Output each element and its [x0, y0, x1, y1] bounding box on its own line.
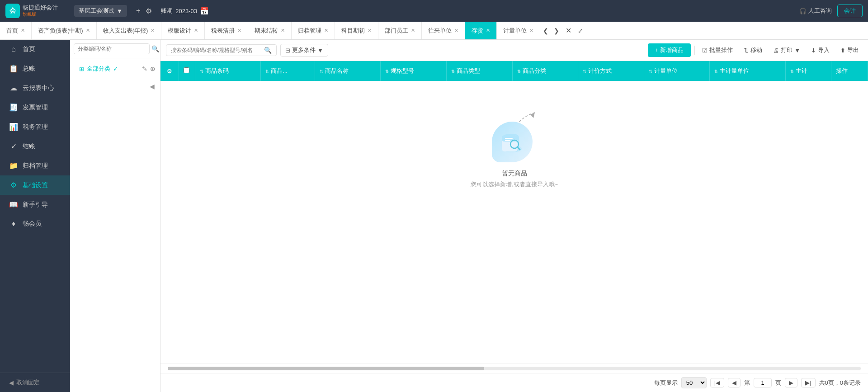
horizontal-scrollbar[interactable] [160, 364, 868, 373]
tab-income-expense[interactable]: 收入支出表(年报) ✕ [97, 22, 162, 40]
account-button[interactable]: 会计 [837, 5, 863, 17]
sidebar-item-home[interactable]: ⌂ 首页 [0, 40, 70, 59]
more-filter-label: 更多条件 [292, 46, 316, 54]
tab-next-button[interactable]: ❯ [551, 22, 562, 40]
app-edition: 旗舰版 [23, 11, 58, 18]
category-search-button[interactable]: 🔍 [150, 45, 161, 52]
tab-period-carryover[interactable]: 期末结转 ✕ [248, 22, 292, 40]
search-submit-button[interactable]: 🔍 [264, 47, 272, 54]
svg-marker-0 [530, 113, 535, 118]
sort-icon: ⇅ [200, 69, 203, 74]
per-page-select[interactable]: 50 100 200 [681, 377, 707, 388]
filter-icon: ⊟ [285, 47, 290, 54]
export-button[interactable]: ⬆ 导出 [837, 44, 863, 56]
sidebar-unpin-button[interactable]: ◀ 取消固定 [0, 373, 70, 392]
collapse-panel-button[interactable]: ◀ [148, 81, 156, 92]
edit-category-button[interactable]: ✎ [142, 65, 147, 72]
ledger-icon: 📋 [9, 64, 18, 73]
category-search-input[interactable] [74, 43, 150, 54]
chevron-down-icon: ▼ [317, 47, 323, 54]
sidebar-item-invoice[interactable]: 🧾 发票管理 [0, 98, 70, 117]
select-all-checkbox[interactable] [184, 67, 189, 73]
sidebar-item-checkout[interactable]: ✓ 结账 [0, 137, 70, 156]
type-column-header[interactable]: ⇅商品类型 [446, 61, 512, 81]
column-label: 操作 [836, 67, 848, 74]
checkbox-column-header[interactable] [179, 61, 195, 81]
tab-close-icon[interactable]: ✕ [281, 28, 285, 33]
page-label: 第 [744, 379, 750, 387]
workspace-selector[interactable]: 基层工会测试 ▼ [74, 5, 127, 17]
more-filter-button[interactable]: ⊟ 更多条件 ▼ [280, 44, 328, 57]
main-calc-column-header[interactable]: ⇅主计 [786, 61, 831, 81]
all-categories[interactable]: ⊞ 全部分类 ✓ [75, 62, 123, 76]
settings-icon: ⚙ [9, 181, 18, 189]
tab-counterparty[interactable]: 往来单位 ✕ [422, 22, 465, 40]
separator [694, 46, 695, 55]
move-button[interactable]: ⇅ 移动 [740, 44, 766, 56]
sidebar-item-membership[interactable]: ♦ 畅会员 [0, 214, 70, 233]
scroll-thumb[interactable] [168, 367, 484, 370]
name-column-header[interactable]: ⇅商品名称 [315, 61, 381, 81]
barcode-column-header[interactable]: ⇅商品条码 [195, 61, 261, 81]
calendar-icon[interactable]: 📅 [200, 7, 209, 15]
add-category-button[interactable]: ⊕ [150, 65, 156, 72]
sidebar-item-archive[interactable]: 📁 归档管理 [0, 156, 70, 175]
category-column-header[interactable]: ⇅商品分类 [512, 61, 578, 81]
tab-close-icon[interactable]: ✕ [486, 28, 490, 33]
tab-close-icon[interactable]: ✕ [454, 28, 458, 33]
search-input[interactable] [171, 47, 261, 53]
next-page-button[interactable]: ▶ [785, 378, 797, 387]
support-button[interactable]: 🎧 人工咨询 [799, 7, 832, 15]
tab-inventory[interactable]: 存货 ✕ [465, 22, 497, 40]
tab-close-icon[interactable]: ✕ [86, 28, 90, 33]
sidebar-item-ledger[interactable]: 📋 总账 [0, 59, 70, 78]
export-label: 导出 [847, 46, 859, 54]
sidebar-item-label: 首页 [23, 45, 35, 53]
last-page-button[interactable]: ▶| [801, 378, 815, 387]
tab-close-icon[interactable]: ✕ [21, 28, 25, 33]
sidebar-item-tax[interactable]: 📊 税务管理 [0, 117, 70, 137]
page-number-input[interactable] [754, 378, 772, 387]
tab-close-icon[interactable]: ✕ [529, 28, 533, 33]
tab-close-icon[interactable]: ✕ [151, 28, 155, 33]
tab-balance-sheet[interactable]: 资产负债表(中期) ✕ [32, 22, 97, 40]
sidebar-item-basic-settings[interactable]: ⚙ 基础设置 [0, 175, 70, 195]
tab-measurement-unit[interactable]: 计量单位 ✕ [497, 22, 540, 40]
settings-button[interactable]: ⚙ [146, 7, 152, 15]
pricing-column-header[interactable]: ⇅计价方式 [578, 61, 644, 81]
sidebar-item-cloud-reports[interactable]: ☁ 云报表中心 [0, 78, 70, 98]
sidebar-item-beginner-guide[interactable]: 📖 新手引导 [0, 195, 70, 214]
tab-archive-management[interactable]: 归档管理 ✕ [292, 22, 335, 40]
tab-prev-button[interactable]: ❮ [540, 22, 551, 40]
tab-close-icon[interactable]: ✕ [237, 28, 241, 33]
unit-column-header[interactable]: ⇅计量单位 [644, 61, 710, 81]
batch-operation-button[interactable]: ☑ 批量操作 [698, 44, 736, 56]
spec-column-header[interactable]: ⇅规格型号 [381, 61, 447, 81]
arrow-left-icon: ◀ [9, 379, 14, 386]
membership-icon: ♦ [9, 220, 18, 228]
tab-tax-form[interactable]: 税表清册 ✕ [205, 22, 248, 40]
tab-expand-button[interactable]: ⤢ [575, 22, 586, 40]
prev-page-button[interactable]: ◀ [728, 378, 741, 387]
pagination-bar: 每页显示 50 100 200 |◀ ◀ 第 页 ▶ ▶| 共0页，0条记录 [160, 373, 868, 392]
tab-close-icon[interactable]: ✕ [411, 28, 415, 33]
code-column-header[interactable]: ⇅商品... [261, 61, 315, 81]
print-button[interactable]: 🖨 打印 ▼ [769, 44, 804, 56]
first-page-button[interactable]: |◀ [710, 378, 724, 387]
add-product-button[interactable]: + 新增商品 [648, 43, 691, 57]
import-button[interactable]: ⬇ 导入 [807, 44, 833, 56]
content-area: 🔍 ⊞ 全部分类 ✓ ✎ ⊕ ◀ [70, 40, 868, 392]
tab-close-all-button[interactable]: ✕ [562, 22, 575, 40]
tab-close-icon[interactable]: ✕ [324, 28, 328, 33]
main-unit-column-header[interactable]: ⇅主计量单位 [710, 61, 786, 81]
tab-template-design[interactable]: 模版设计 ✕ [161, 22, 205, 40]
tab-close-icon[interactable]: ✕ [368, 28, 372, 33]
tab-close-icon[interactable]: ✕ [194, 28, 198, 33]
settings-column-header[interactable]: ⚙ [160, 61, 179, 81]
add-tab-button[interactable]: + [136, 7, 140, 15]
tab-subject-initial[interactable]: 科目期初 ✕ [335, 22, 378, 40]
main-layout: ⌂ 首页 📋 总账 ☁ 云报表中心 🧾 发票管理 📊 税务管理 ✓ 结账 📁 归… [0, 40, 868, 392]
archive-icon: 📁 [9, 161, 18, 170]
tab-homepage[interactable]: 首页 ✕ [0, 22, 32, 40]
tab-department-staff[interactable]: 部门员工 ✕ [378, 22, 422, 40]
